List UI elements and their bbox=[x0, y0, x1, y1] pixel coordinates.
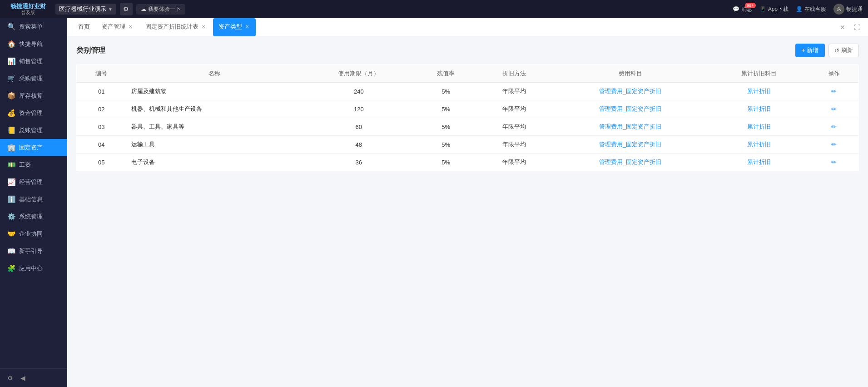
sidebar-collapse-icon[interactable]: ◀ bbox=[19, 372, 27, 383]
table-cell-action[interactable]: ✏ bbox=[809, 100, 859, 118]
table-cell: 5% bbox=[415, 154, 477, 171]
edit-icon[interactable]: ✏ bbox=[831, 159, 837, 166]
page-title: 类别管理 bbox=[76, 46, 105, 55]
topbar-right: 💬 消息 99+ 📱 App下载 👤 在线客服 头 畅捷通 bbox=[733, 4, 863, 15]
table-cell: 120 bbox=[303, 100, 415, 118]
table-cell: 05 bbox=[77, 154, 126, 171]
app-download-button[interactable]: 📱 App下载 bbox=[759, 5, 789, 13]
table-row: 04运输工具485%年限平均管理费用_固定资产折旧累计折旧✏ bbox=[77, 136, 859, 154]
table-cell: 年限平均 bbox=[477, 100, 551, 118]
page-header: 类别管理 + 新增 ↺ 刷新 bbox=[76, 44, 859, 57]
tab-asset-type[interactable]: 资产类型✕ bbox=[213, 18, 256, 36]
topbar-center: 医疗器械行业演示 ▼ ⚙ ☁ 我要体验一下 bbox=[55, 3, 728, 15]
tab-bar: 首页资产管理✕固定资产折旧统计表✕资产类型✕ ✕ ⛶ bbox=[67, 18, 868, 36]
sidebar-settings-icon[interactable]: ⚙ bbox=[5, 372, 15, 383]
message-button[interactable]: 💬 消息 99+ bbox=[733, 5, 752, 13]
search-icon: 🔍 bbox=[7, 23, 15, 31]
tab-label: 资产管理 bbox=[102, 23, 125, 31]
sidebar-item-label: 搜索菜单 bbox=[19, 23, 43, 31]
sidebar-item-enterprise[interactable]: 🤝 企业协同 bbox=[0, 225, 67, 243]
sidebar-item-sales[interactable]: 📊 销售管理 bbox=[0, 53, 67, 70]
table-cell: 年限平均 bbox=[477, 154, 551, 171]
tab-label: 资产类型 bbox=[218, 23, 242, 31]
sidebar-item-label: 新手引导 bbox=[19, 247, 43, 255]
app-logo: 畅捷通好业财 普及版 bbox=[5, 3, 51, 15]
sidebar-item-payroll[interactable]: 💵 工资 bbox=[0, 156, 67, 174]
tab-close-icon[interactable]: ✕ bbox=[200, 24, 207, 30]
table-cell: 03 bbox=[77, 118, 126, 136]
tab-close-icon[interactable]: ✕ bbox=[127, 24, 134, 30]
cloud-icon: ☁ bbox=[141, 6, 146, 12]
sidebar-item-system[interactable]: ⚙️ 系统管理 bbox=[0, 208, 67, 225]
table-column-header: 费用科目 bbox=[551, 65, 709, 83]
table-column-header: 编号 bbox=[77, 65, 126, 83]
table-cell: 36 bbox=[303, 154, 415, 171]
close-tab-button[interactable]: ✕ bbox=[837, 22, 848, 33]
sidebar-item-ledger[interactable]: 📒 总账管理 bbox=[0, 122, 67, 139]
edit-icon[interactable]: ✏ bbox=[831, 123, 837, 130]
industry-selector[interactable]: 医疗器械行业演示 ▼ bbox=[55, 4, 116, 15]
table-cell: 机器、机械和其他生产设备 bbox=[126, 100, 302, 118]
table-cell: 累计折旧 bbox=[709, 118, 809, 136]
tab-close-icon[interactable]: ✕ bbox=[244, 24, 250, 30]
sidebar-item-inventory[interactable]: 📦 库存核算 bbox=[0, 87, 67, 104]
table-column-header: 折旧方法 bbox=[477, 65, 551, 83]
refresh-icon: ↺ bbox=[834, 47, 839, 54]
user-button[interactable]: 头 畅捷通 bbox=[833, 4, 863, 15]
fixed-assets-icon: 🏢 bbox=[7, 144, 15, 152]
table-cell: 累计折旧 bbox=[709, 136, 809, 154]
sidebar-item-fixed-assets[interactable]: 🏢 固定资产 bbox=[0, 139, 67, 156]
sidebar-item-basic-info[interactable]: ℹ️ 基础信息 bbox=[0, 191, 67, 208]
expand-tab-button[interactable]: ⛶ bbox=[852, 22, 863, 33]
new-button[interactable]: + 新增 bbox=[795, 44, 825, 57]
table-cell-action[interactable]: ✏ bbox=[809, 83, 859, 100]
sidebar-item-purchase[interactable]: 🛒 采购管理 bbox=[0, 70, 67, 87]
edit-icon[interactable]: ✏ bbox=[831, 105, 837, 113]
table-cell-action[interactable]: ✏ bbox=[809, 154, 859, 171]
table-cell: 管理费用_固定资产折旧 bbox=[551, 83, 709, 100]
table-column-header: 累计折旧科目 bbox=[709, 65, 809, 83]
sidebar-item-operations[interactable]: 📈 经营管理 bbox=[0, 174, 67, 191]
page-content: 类别管理 + 新增 ↺ 刷新 编号名称使用期限（月）残值率折旧方法费用科目累计折… bbox=[67, 36, 868, 387]
sidebar-item-label: 企业协同 bbox=[19, 230, 43, 238]
table-cell: 年限平均 bbox=[477, 118, 551, 136]
download-icon: 📱 bbox=[759, 6, 766, 12]
table-cell: 5% bbox=[415, 136, 477, 154]
online-service-button[interactable]: 👤 在线客服 bbox=[796, 5, 826, 13]
table-row: 05电子设备365%年限平均管理费用_固定资产折旧累计折旧✏ bbox=[77, 154, 859, 171]
table-cell: 5% bbox=[415, 83, 477, 100]
sidebar-item-guide[interactable]: 📖 新手引导 bbox=[0, 243, 67, 260]
message-icon: 💬 bbox=[733, 6, 739, 12]
table-cell: 5% bbox=[415, 118, 477, 136]
experience-button[interactable]: ☁ 我要体验一下 bbox=[136, 4, 185, 15]
table-cell: 运输工具 bbox=[126, 136, 302, 154]
sidebar-item-app-center[interactable]: 🧩 应用中心 bbox=[0, 260, 67, 277]
message-badge: 99+ bbox=[745, 3, 755, 8]
tab-depreciation-table[interactable]: 固定资产折旧统计表✕ bbox=[140, 18, 212, 36]
tab-asset-mgmt[interactable]: 资产管理✕ bbox=[96, 18, 139, 36]
sidebar-item-quick-nav[interactable]: 🏠 快捷导航 bbox=[0, 35, 67, 53]
edit-icon[interactable]: ✏ bbox=[831, 141, 837, 148]
quick-nav-icon: 🏠 bbox=[7, 40, 15, 48]
table-cell: 管理费用_固定资产折旧 bbox=[551, 154, 709, 171]
industry-label: 医疗器械行业演示 bbox=[59, 5, 106, 13]
category-table: 编号名称使用期限（月）残值率折旧方法费用科目累计折旧科目操作 01房屋及建筑物2… bbox=[76, 64, 859, 171]
table-cell: 累计折旧 bbox=[709, 100, 809, 118]
main-layout: 🔍 搜索菜单 🏠 快捷导航 📊 销售管理 🛒 采购管理 📦 库存核算 💰 资金管… bbox=[0, 18, 868, 387]
refresh-button[interactable]: ↺ 刷新 bbox=[828, 44, 859, 57]
sidebar-item-label: 工资 bbox=[19, 161, 31, 169]
sidebar-item-funds[interactable]: 💰 资金管理 bbox=[0, 104, 67, 122]
ledger-icon: 📒 bbox=[7, 126, 15, 134]
sidebar-item-label: 销售管理 bbox=[19, 57, 43, 65]
table-row: 02机器、机械和其他生产设备1205%年限平均管理费用_固定资产折旧累计折旧✏ bbox=[77, 100, 859, 118]
table-cell-action[interactable]: ✏ bbox=[809, 118, 859, 136]
topbar: 畅捷通好业财 普及版 医疗器械行业演示 ▼ ⚙ ☁ 我要体验一下 💬 消息 99… bbox=[0, 0, 868, 18]
edit-icon[interactable]: ✏ bbox=[831, 88, 837, 95]
sidebar-item-search[interactable]: 🔍 搜索菜单 bbox=[0, 18, 67, 35]
settings-icon[interactable]: ⚙ bbox=[120, 3, 133, 15]
sidebar-bottom: ⚙ ◀ bbox=[0, 368, 67, 387]
tab-home[interactable]: 首页 bbox=[73, 18, 95, 36]
table-cell: 电子设备 bbox=[126, 154, 302, 171]
sidebar-item-label: 采购管理 bbox=[19, 74, 43, 83]
table-cell-action[interactable]: ✏ bbox=[809, 136, 859, 154]
